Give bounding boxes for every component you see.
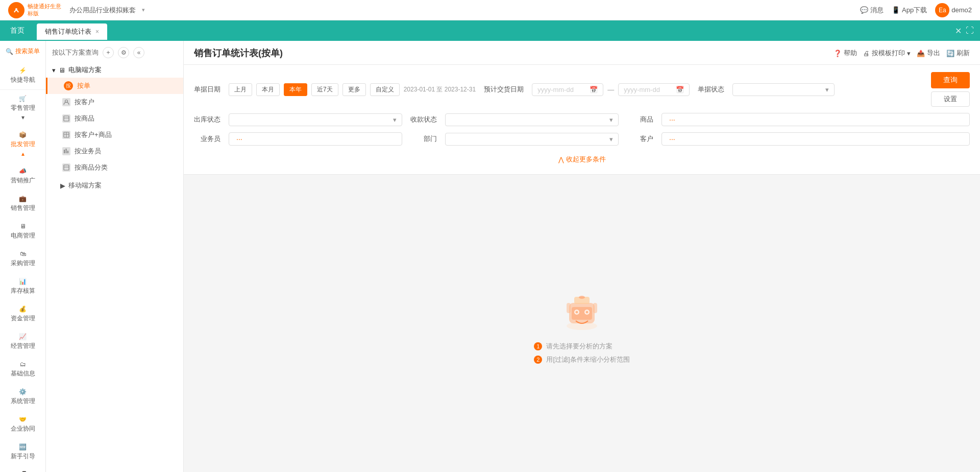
tab-bar-actions: ✕ ⛶: [955, 26, 974, 36]
doc-status-select[interactable]: ▾: [732, 83, 835, 96]
tab-close-window-btn[interactable]: ✕: [955, 26, 962, 36]
date-placeholder-start: yyyy-mm-dd: [537, 86, 574, 93]
svg-point-18: [575, 311, 578, 314]
sidebar-item-inventory[interactable]: 📊 库存核算: [0, 273, 45, 300]
scheme-item-by-customer[interactable]: 按客户: [46, 94, 183, 110]
empty-tip-1: 1 请先选择要分析的方案: [534, 342, 629, 351]
sales-icon: 💼: [19, 195, 27, 202]
scheme-item-by-order[interactable]: 按 按单: [46, 78, 183, 94]
filter-row-2: 出库状态 ▾ 收款状态 ▾ 商品 ···: [194, 113, 970, 126]
sidebar-item-newguide[interactable]: 🆕 新手引导: [0, 438, 45, 466]
collapse-button[interactable]: ⋀ 收起更多条件: [550, 152, 614, 167]
scheme-item-by-category[interactable]: 按商品分类: [46, 159, 183, 176]
print-icon: 🖨: [863, 50, 870, 57]
help-btn[interactable]: ❓ 帮助: [834, 49, 857, 58]
sidebar-item-sales[interactable]: 💼 销售管理: [0, 190, 45, 218]
tab-bar: 首页 销售订单统计表 × ✕ ⛶: [0, 20, 980, 41]
department-label: 部门: [410, 134, 437, 144]
page-title: 销售订单统计表(按单): [194, 47, 283, 59]
scheme-group-mobile: ▶ 移动端方案: [46, 178, 183, 193]
basic-icon: 🗂: [20, 361, 26, 368]
print-btn[interactable]: 🖨 按模板打印 ▾: [863, 49, 911, 58]
sidebar-item-basic[interactable]: 🗂 基础信息: [0, 356, 45, 383]
expected-date-start[interactable]: yyyy-mm-dd 📅: [532, 83, 603, 96]
sidebar-item-wholesale[interactable]: 📦 批发管理 ▴: [0, 126, 45, 162]
salesperson-select[interactable]: ···: [229, 132, 402, 146]
svg-rect-21: [593, 303, 597, 313]
query-button[interactable]: 查询: [931, 72, 970, 88]
refresh-icon: 🔄: [946, 50, 954, 57]
app-dropdown-icon[interactable]: ▾: [142, 7, 145, 13]
ship-status-select[interactable]: ▾: [229, 113, 402, 126]
chevron-right-icon: ▶: [60, 182, 65, 190]
collapse-panel-btn[interactable]: «: [133, 47, 144, 58]
calendar-start-icon[interactable]: 📅: [590, 86, 598, 93]
empty-tips: 1 请先选择要分析的方案 2 用[过滤]条件来缩小分析范围: [534, 342, 629, 364]
date-btn-thisyear[interactable]: 本年: [284, 83, 307, 96]
goods-label: 商品: [627, 115, 653, 124]
sidebar-item-quicknav[interactable]: ⚡ 快捷导航: [0, 62, 45, 89]
tab-home[interactable]: 首页: [0, 20, 35, 41]
date-range-text: 2023-01-01 至 2023-12-31: [404, 85, 476, 94]
tab-maximize-btn[interactable]: ⛶: [966, 26, 974, 36]
expected-date-end[interactable]: yyyy-mm-dd 📅: [618, 83, 690, 96]
ecommerce-icon: 🖥: [20, 223, 26, 230]
ship-status-arrow-icon: ▾: [393, 116, 397, 124]
message-button[interactable]: 💬 消息: [860, 6, 884, 15]
sidebar-item-marketing[interactable]: 📣 营销推广: [0, 162, 45, 190]
scheme-item-by-goods[interactable]: 按商品: [46, 110, 183, 127]
setting-button[interactable]: 设置: [931, 91, 970, 107]
svg-rect-3: [64, 116, 69, 121]
header-right: 💬 消息 📱 App下载 Ea demo2: [860, 3, 972, 17]
salesperson-more-icon[interactable]: ···: [236, 135, 242, 143]
retail-arrow-icon: ▾: [21, 114, 24, 121]
date-btn-more[interactable]: 更多: [342, 83, 366, 96]
date-btn-custom[interactable]: 自定义: [370, 83, 400, 96]
user-menu[interactable]: Ea demo2: [935, 3, 972, 17]
sidebar-item-finance[interactable]: 💰 资金管理: [0, 300, 45, 328]
add-scheme-btn[interactable]: +: [103, 47, 114, 58]
scheme-item-by-customer-goods[interactable]: 按客户+商品: [46, 127, 183, 143]
right-content: 销售订单统计表(按单) ❓ 帮助 🖨 按模板打印 ▾ 📤 导出: [184, 41, 980, 472]
sidebar-item-enterprise[interactable]: 🤝 企业协同: [0, 411, 45, 438]
search-menu-item[interactable]: 🔍 搜索菜单: [0, 41, 45, 62]
chevron-down-icon: ▾: [52, 66, 56, 74]
tab-close-btn[interactable]: ×: [95, 28, 99, 35]
sidebar-item-system[interactable]: ⚙️ 系统管理: [0, 383, 45, 411]
newguide-icon: 🆕: [19, 443, 27, 451]
settings-scheme-btn[interactable]: ⚙: [118, 47, 129, 58]
goods-more-icon[interactable]: ···: [669, 115, 675, 124]
date-btn-last7days[interactable]: 近7天: [311, 83, 338, 96]
customer-select[interactable]: ···: [662, 132, 970, 146]
help-icon: ❓: [834, 50, 842, 57]
header-left: 畅捷通好生意 标版 办公用品行业模拟账套 ▾: [8, 2, 145, 18]
export-icon: 📤: [917, 50, 925, 57]
order-scheme-icon: 按: [64, 81, 73, 90]
tab-active[interactable]: 销售订单统计表 ×: [37, 23, 107, 40]
goods-select[interactable]: ···: [662, 113, 970, 126]
sidebar-item-operations[interactable]: 📈 经营管理: [0, 328, 45, 356]
sidebar-item-retail[interactable]: 🛒 零售管理 ▾: [0, 90, 45, 126]
sidebar-item-purchase[interactable]: 🛍 采购管理: [0, 245, 45, 273]
collection-status-select[interactable]: ▾: [445, 113, 619, 126]
date-btn-thismonth[interactable]: 本月: [256, 83, 280, 96]
download-button[interactable]: 📱 App下载: [892, 6, 927, 15]
department-arrow-icon: ▾: [609, 135, 613, 143]
content-area: 按以下方案查询 + ⚙ « ▾ 🖥 电脑端方案 按 按单: [46, 41, 980, 472]
sidebar-item-ecommerce[interactable]: 🖥 电商管理: [0, 218, 45, 245]
scheme-group-pc-header[interactable]: ▾ 🖥 电脑端方案: [46, 62, 183, 78]
scheme-item-by-salesperson[interactable]: 按业务员: [46, 143, 183, 159]
department-select[interactable]: ▾: [445, 133, 619, 146]
date-label: 单据日期: [194, 85, 220, 94]
customer-more-icon[interactable]: ···: [669, 135, 675, 143]
date-btn-group: 上月 本月 本年 近7天 更多 自定义 2023-01-01 至 2023-12…: [229, 83, 476, 96]
page-header: 销售订单统计表(按单) ❓ 帮助 🖨 按模板打印 ▾ 📤 导出: [184, 41, 980, 65]
refresh-btn[interactable]: 🔄 刷新: [946, 49, 970, 58]
date-btn-lastmonth[interactable]: 上月: [229, 83, 252, 96]
doc-status-arrow-icon: ▾: [825, 86, 829, 93]
scheme-group-mobile-header[interactable]: ▶ 移动端方案: [46, 178, 183, 193]
export-btn[interactable]: 📤 导出: [917, 49, 940, 58]
sidebar-item-appcenter[interactable]: 📲 应用中心: [0, 466, 45, 472]
calendar-end-icon[interactable]: 📅: [676, 86, 684, 93]
svg-rect-8: [64, 150, 65, 153]
